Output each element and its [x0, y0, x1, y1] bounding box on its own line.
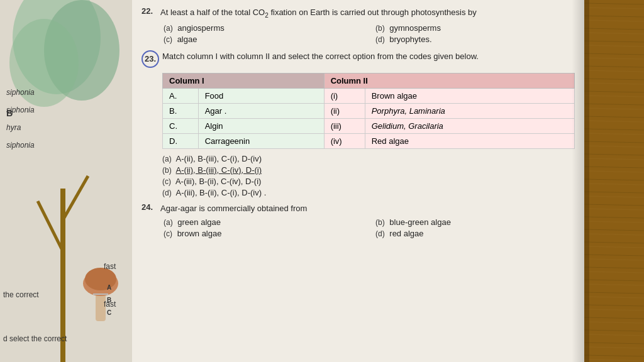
- q24-number: 24.: [142, 202, 160, 239]
- q24-option-a: (a) green algae: [164, 217, 363, 227]
- q22-number: 22.: [142, 6, 160, 44]
- col2-header: Column II: [324, 73, 574, 88]
- row4-col2: Red algae: [365, 133, 574, 148]
- answer-c: (c) A-(iii), B-(ii), C-(iv), D-(i): [162, 177, 575, 186]
- row4-col1-label: D.: [163, 133, 199, 148]
- row3-col1-label: C.: [163, 118, 199, 133]
- fast-label-1: fast: [104, 262, 116, 271]
- q24-content: Agar-agar is commercially obtained from …: [160, 202, 575, 239]
- table-row: C. Algin (iii) Gelidium, Gracilaria: [163, 118, 575, 133]
- q24-option-c: (c) brown algae: [164, 229, 363, 238]
- q23-content: Match column I with column II and select…: [162, 50, 575, 68]
- question-22: 22. At least a half of the total CO2 fix…: [142, 6, 575, 44]
- row3-col2: Gelidium, Gracilaria: [365, 118, 574, 133]
- q23-answer-options: (a) A-(ii), B-(iii), C-(i), D-(iv) (b) A…: [142, 154, 575, 197]
- row1-col2: Brown algae: [365, 88, 574, 103]
- fast-label-2: fast: [104, 300, 116, 309]
- match-table: Column I Column II A. Food (i) Brown alg…: [162, 73, 575, 149]
- row2-col1-label: B.: [163, 103, 199, 118]
- row2-col1: Agar .: [198, 103, 324, 118]
- option-c: (c) algae: [164, 35, 363, 44]
- answer-b: (b) A-(ii), B-(iii), C-(iv), D-(i): [162, 165, 575, 175]
- sidebar-label-4: siphonia: [6, 141, 35, 150]
- svg-point-10: [85, 268, 116, 290]
- select-correct-label: d select the correct: [3, 334, 67, 343]
- svg-rect-15: [584, 0, 644, 362]
- row1-col1-label: A.: [163, 88, 199, 103]
- row3-col1: Algin: [198, 118, 324, 133]
- q23-number-circle: 23.: [142, 50, 159, 68]
- q24-option-d: (d) red algae: [375, 229, 575, 238]
- wood-texture: [584, 0, 644, 362]
- svg-rect-19: [584, 0, 589, 362]
- row4-col1: Carrageenin: [198, 133, 324, 148]
- q22-text: At least a half of the total CO2 fixatio…: [160, 6, 575, 20]
- q24-option-b: (b) blue-green algae: [375, 217, 575, 227]
- question-23: 23. Match column I with column II and se…: [142, 50, 575, 68]
- main-content: 22. At least a half of the total CO2 fix…: [132, 0, 584, 362]
- option-d: (d) bryophytes.: [375, 35, 575, 44]
- row2-col2: Porphyra, Laminaria: [365, 103, 574, 118]
- option-a: (a) angiosperms: [164, 23, 363, 33]
- answer-d: (d) A-(iii), B-(ii), C-(i), D-(iv) .: [162, 188, 575, 197]
- q24-options: (a) green algae (b) blue-green algae (c)…: [160, 217, 575, 238]
- the-correct-label: the correct: [3, 290, 39, 299]
- q22-content: At least a half of the total CO2 fixatio…: [160, 6, 575, 44]
- sidebar-labels: siphonia siphonia hyra siphonia: [6, 88, 35, 150]
- q23-text: Match column I with column II and select…: [162, 50, 575, 63]
- q22-options: (a) angiosperms (b) gymnosperms (c) alga…: [160, 23, 575, 44]
- row4-col2-label: (iv): [324, 133, 365, 148]
- row2-col2-label: (ii): [324, 103, 365, 118]
- answer-a: (a) A-(ii), B-(iii), C-(i), D-(iv): [162, 154, 575, 163]
- question-24: 24. Agar-agar is commercially obtained f…: [142, 202, 575, 239]
- sidebar-label-2: siphonia: [6, 106, 35, 114]
- row1-col2-label: (i): [324, 88, 365, 103]
- table-row: A. Food (i) Brown algae: [163, 88, 575, 103]
- left-sidebar: B siphonia siphonia hyra siphonia the co…: [0, 0, 132, 362]
- svg-text:A: A: [107, 284, 111, 291]
- table-row: B. Agar . (ii) Porphyra, Laminaria: [163, 103, 575, 118]
- sidebar-label-3: hyra: [6, 123, 35, 132]
- right-sidebar: ur Class: [584, 0, 644, 362]
- row3-col2-label: (iii): [324, 118, 365, 133]
- q24-text: Agar-agar is commercially obtained from: [160, 202, 575, 215]
- mushroom-illustration: B C A: [82, 249, 119, 324]
- sidebar-label-1: siphonia: [6, 88, 35, 97]
- option-b: (b) gymnosperms: [375, 23, 575, 33]
- table-row: D. Carrageenin (iv) Red algae: [163, 133, 575, 148]
- svg-text:C: C: [107, 309, 111, 316]
- col1-header: Column I: [163, 73, 325, 88]
- row1-col1: Food: [198, 88, 324, 103]
